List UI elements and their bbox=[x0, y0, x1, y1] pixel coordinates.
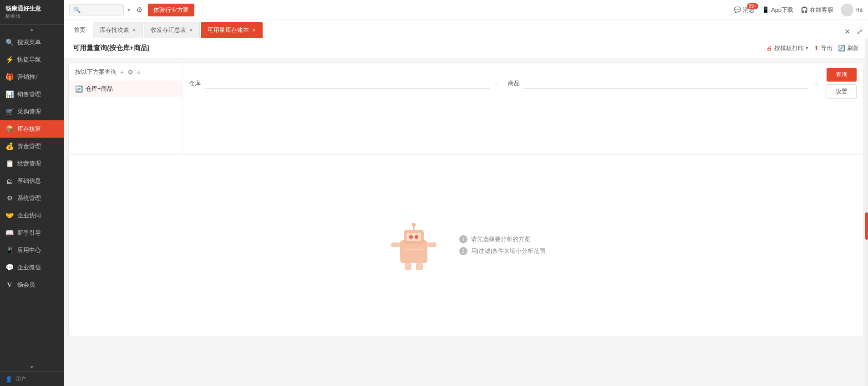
export-button[interactable]: ⬆ 导出 bbox=[814, 44, 832, 52]
tab-expand-button[interactable]: ⤢ bbox=[855, 26, 864, 38]
filter-warehouse-input[interactable] bbox=[204, 78, 490, 89]
user-menu[interactable]: Rit bbox=[841, 4, 863, 16]
sidebar-item-purchase[interactable]: 🛒 采购管理 bbox=[0, 103, 64, 120]
export-label: 导出 bbox=[821, 44, 832, 52]
sidebar-item-system[interactable]: ⚙ 系统管理 bbox=[0, 190, 64, 207]
tab-available-qty-label: 可用量库存账本 bbox=[208, 26, 249, 34]
sidebar-item-shortcut[interactable]: ⚡ 快捷导航 bbox=[0, 51, 64, 68]
sidebar-label-basic-info: 基础信息 bbox=[17, 177, 41, 185]
print-button[interactable]: 🖨 按模板打印 ▾ bbox=[766, 44, 808, 52]
sidebar-label-app-center: 应用中心 bbox=[17, 246, 41, 254]
search-icon: 🔍 bbox=[73, 6, 81, 13]
topbar: 🔍 ▾ ⚙ 体验行业方案 💬 消息 99+ 📱 App下载 🎧 在线客服 Rit bbox=[64, 0, 868, 20]
tab-receipt-summary-label: 收发存汇总表 bbox=[151, 26, 186, 34]
query-main: 按以下方案查询 + ⚙ « 🔄 仓库+商品 仓库 ··· bbox=[68, 63, 863, 154]
topbar-right: 💬 消息 99+ 📱 App下载 🎧 在线客服 Rit bbox=[734, 4, 863, 16]
topbar-search-box[interactable]: 🔍 bbox=[69, 4, 124, 15]
sidebar-label-fund: 资金管理 bbox=[17, 142, 41, 150]
sidebar-label-operations: 经营管理 bbox=[17, 160, 41, 168]
inventory-icon: 📦 bbox=[5, 125, 14, 133]
brand-name: 畅康通好生意 bbox=[5, 5, 58, 13]
settings-button[interactable]: 设置 bbox=[827, 84, 857, 99]
sidebar-item-marketing[interactable]: 🎁 营销推广 bbox=[0, 68, 64, 86]
online-service-button[interactable]: 🎧 在线客服 bbox=[801, 6, 833, 14]
tabs-bar: 首页 库存批次账 ✕ 收发存汇总表 ✕ 可用量库存账本 ✕ ✕ ⤢ bbox=[64, 20, 868, 38]
filter-goods-more[interactable]: ··· bbox=[812, 80, 817, 87]
sidebar-item-membership[interactable]: V 畅会员 bbox=[0, 276, 64, 293]
app-download-button[interactable]: 📱 App下载 bbox=[762, 6, 793, 14]
refresh-button[interactable]: 🔄 刷新 bbox=[838, 44, 859, 52]
hint-2-num: 2 bbox=[459, 247, 467, 255]
settings-scheme-icon[interactable]: ⚙ bbox=[127, 68, 133, 76]
sidebar-label-onboarding: 新手引导 bbox=[17, 229, 41, 237]
add-scheme-icon[interactable]: + bbox=[120, 68, 124, 76]
refresh-icon: 🔄 bbox=[838, 45, 845, 51]
online-service-label: 在线客服 bbox=[810, 6, 833, 14]
tab-available-qty-close[interactable]: ✕ bbox=[252, 27, 256, 33]
membership-icon: V bbox=[5, 281, 14, 289]
print-dropdown-icon[interactable]: ▾ bbox=[806, 45, 808, 51]
sidebar-item-enterprise[interactable]: 🤝 企业协同 bbox=[0, 207, 64, 224]
sidebar-label-sales: 销售管理 bbox=[17, 90, 41, 98]
sidebar-header: 畅康通好生意 标准版 bbox=[0, 0, 64, 25]
sidebar-bottom-user[interactable]: 👤 用户 bbox=[0, 371, 64, 386]
user-name: Rit bbox=[855, 6, 863, 13]
message-button[interactable]: 💬 消息 99+ bbox=[734, 6, 755, 14]
sidebar-user-label: 用户 bbox=[16, 376, 26, 382]
trial-button[interactable]: 体验行业方案 bbox=[148, 4, 194, 16]
sidebar-scroll-up[interactable]: ▲ bbox=[0, 25, 64, 34]
onboarding-icon: 📖 bbox=[5, 229, 14, 237]
main-area: 🔍 ▾ ⚙ 体验行业方案 💬 消息 99+ 📱 App下载 🎧 在线客服 Rit bbox=[64, 0, 868, 386]
refresh-label: 刷新 bbox=[847, 44, 859, 52]
sales-icon: 📊 bbox=[5, 90, 14, 98]
sidebar-item-inventory[interactable]: 📦 库存核算 bbox=[0, 120, 64, 138]
app-center-icon: 📱 bbox=[5, 246, 14, 254]
page-header-actions: 🖨 按模板打印 ▾ ⬆ 导出 🔄 刷新 bbox=[766, 44, 859, 52]
filter-goods-input[interactable] bbox=[523, 78, 809, 89]
tab-batch-account-close[interactable]: ✕ bbox=[132, 27, 136, 33]
tab-receipt-summary-close[interactable]: ✕ bbox=[189, 27, 193, 33]
query-scheme-label: 按以下方案查询 bbox=[75, 68, 117, 76]
empty-illustration bbox=[386, 217, 441, 273]
collapse-panel-icon[interactable]: « bbox=[137, 69, 140, 76]
phone-icon: 📱 bbox=[762, 6, 769, 13]
scheme-item-warehouse-goods[interactable]: 🔄 仓库+商品 bbox=[69, 81, 182, 97]
tab-available-qty[interactable]: 可用量库存账本 ✕ bbox=[201, 22, 263, 38]
svg-point-6 bbox=[412, 223, 416, 226]
search-input[interactable] bbox=[82, 7, 119, 13]
sidebar-item-operations[interactable]: 📋 经营管理 bbox=[0, 155, 64, 172]
sidebar-item-corp-wechat[interactable]: 💬 企业微信 bbox=[0, 259, 64, 276]
tabs-right-controls: ✕ ⤢ bbox=[839, 26, 868, 38]
sidebar-item-app-center[interactable]: 📱 应用中心 bbox=[0, 242, 64, 259]
sidebar-label-purchase: 采购管理 bbox=[17, 108, 41, 116]
sidebar-nav: 🔍 搜索菜单 ⚡ 快捷导航 🎁 营销推广 📊 销售管理 🛒 采购管理 📦 库存核… bbox=[0, 34, 64, 362]
filter-warehouse-label: 仓库 bbox=[189, 79, 201, 87]
svg-point-3 bbox=[409, 235, 413, 239]
svg-point-4 bbox=[415, 235, 418, 239]
sidebar-item-search[interactable]: 🔍 搜索菜单 bbox=[0, 34, 64, 51]
headset-icon: 🎧 bbox=[801, 6, 808, 13]
sidebar-scroll-down[interactable]: ▼ bbox=[0, 362, 64, 371]
sidebar-item-fund[interactable]: 💰 资金管理 bbox=[0, 138, 64, 155]
svg-rect-7 bbox=[391, 242, 400, 247]
chevron-down-icon[interactable]: ▾ bbox=[127, 6, 131, 13]
shortcut-icon: ⚡ bbox=[5, 56, 14, 64]
tab-receipt-summary[interactable]: 收发存汇总表 ✕ bbox=[144, 22, 200, 38]
sidebar: 畅康通好生意 标准版 ▲ 🔍 搜索菜单 ⚡ 快捷导航 🎁 营销推广 📊 销售管理… bbox=[0, 0, 64, 386]
topbar-gear-icon[interactable]: ⚙ bbox=[134, 4, 144, 16]
content-area: 1 请先选择要分析的方案 2 用[过滤]条件来缩小分析范围 bbox=[68, 154, 863, 336]
sidebar-item-basic-info[interactable]: 🗂 基础信息 bbox=[0, 172, 64, 190]
tab-home[interactable]: 首页 bbox=[67, 22, 92, 38]
tab-close-all-button[interactable]: ✕ bbox=[843, 26, 852, 38]
sidebar-item-sales[interactable]: 📊 销售管理 bbox=[0, 86, 64, 103]
tab-batch-account[interactable]: 库存批次账 ✕ bbox=[93, 22, 143, 38]
right-scrollbar-thumb[interactable] bbox=[865, 212, 868, 240]
query-button[interactable]: 查询 bbox=[827, 68, 857, 82]
filter-warehouse-more[interactable]: ··· bbox=[493, 80, 499, 87]
page-content: 可用量查询(按仓库+商品) 🖨 按模板打印 ▾ ⬆ 导出 🔄 刷新 bbox=[64, 38, 868, 386]
filter-row: 仓库 ··· 商品 ··· 查询 设置 bbox=[189, 68, 857, 99]
right-scrollbar[interactable] bbox=[865, 38, 868, 386]
filter-goods-field: 商品 ··· bbox=[508, 78, 818, 89]
operations-icon: 📋 bbox=[5, 160, 14, 168]
sidebar-item-onboarding[interactable]: 📖 新手引导 bbox=[0, 224, 64, 242]
